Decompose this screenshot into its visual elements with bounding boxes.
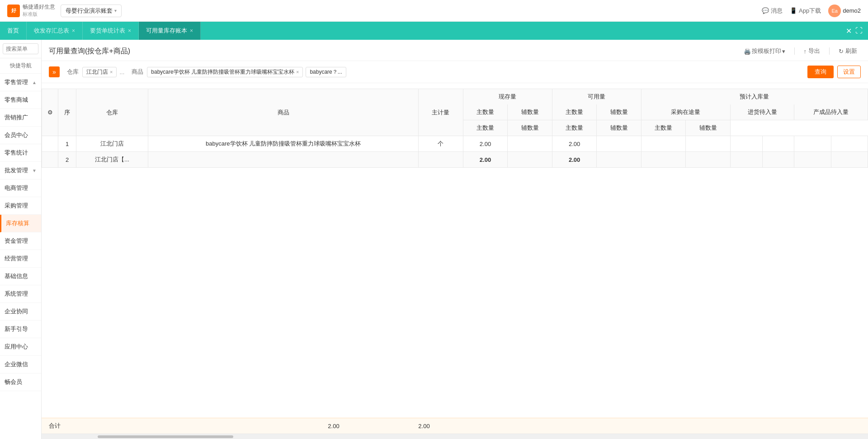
export-btn[interactable]: ↑ 导出 (800, 45, 824, 57)
search-input[interactable] (3, 43, 38, 54)
sidebar-item-retail-stats[interactable]: 零售统计 (0, 144, 41, 162)
th-purchase-transit: 采购在途量 (641, 104, 730, 120)
sidebar-item-app-center[interactable]: 应用中心 (0, 338, 41, 356)
th-pt-main: 主数量 (463, 120, 508, 136)
table-footer: 合计 2.00 2.00 (42, 418, 868, 434)
filter-row: » 仓库 江北门店 × ... 商品 babycare (42, 61, 868, 83)
warehouse-more[interactable]: ... (119, 69, 124, 76)
divider2 (829, 47, 830, 55)
cell-unit-1: 个 (419, 136, 463, 152)
page-container: 可用量查询(按仓库+商品) 🖨️ 按模板打印 ▾ ↑ 导出 ↻ (42, 40, 868, 439)
th-gear[interactable]: ⚙ (42, 89, 58, 136)
th-pp-main: 主数量 (552, 120, 597, 136)
product-tags: babycare学饮杯 儿童防摔防撞吸管杯重力球吸嘴杯宝宝水杯 × babyca… (147, 67, 346, 77)
app-download-action[interactable]: 📱 App下载 (790, 7, 821, 15)
sidebar-item-retail-mgmt[interactable]: 零售管理 ▲ (0, 74, 41, 91)
sidebar-item-purchase[interactable]: 采购管理 (0, 197, 41, 215)
sidebar: 快捷导航 零售管理 ▲ 零售商城 营销推广 会员中心 零售统计 批发管理 ▼ (0, 40, 42, 439)
page-actions: 🖨️ 按模板打印 ▾ ↑ 导出 ↻ 刷新 (740, 45, 861, 57)
th-purchase-pending: 进货待入量 (730, 104, 794, 120)
warehouse-tag-remove-0[interactable]: × (110, 69, 113, 75)
tab-receive[interactable]: 收发存汇总表 × (27, 22, 83, 40)
message-label: 消息 (771, 7, 783, 15)
horizontal-scrollbar[interactable] (42, 434, 868, 439)
sidebar-item-wholesale-mgmt[interactable]: 批发管理 ▼ (0, 162, 41, 179)
cell-warehouse-1: 江北门店 (76, 136, 148, 152)
th-stock-aux: 辅数量 (508, 104, 552, 120)
sidebar-item-marketing[interactable]: 营销推广 (0, 109, 41, 127)
logo-area: 好 畅捷通好生意 标准版 (7, 4, 55, 18)
top-bar-right: 💬 消息 📱 App下载 Ea demo2 (762, 5, 861, 17)
table-row: 2 江北门店【... 2.00 2.00 (42, 152, 868, 168)
export-icon: ↑ (804, 48, 807, 55)
sidebar-item-quick-nav[interactable]: 快捷导航 (0, 58, 41, 74)
cell-avail-main-1: 2.00 (552, 136, 597, 152)
chevron-down-icon: ▾ (114, 8, 117, 13)
sidebar-item-system[interactable]: 系统管理 (0, 285, 41, 303)
close-window-icon[interactable]: ✕ (846, 27, 852, 35)
cell-product-2 (148, 152, 419, 168)
tab-available-stock-close[interactable]: × (190, 28, 193, 34)
maximize-icon[interactable]: ⛶ (855, 27, 863, 35)
sidebar-item-member[interactable]: 会员中心 (0, 127, 41, 144)
cell-avail-main-2: 2.00 (552, 152, 597, 168)
message-action[interactable]: 💬 消息 (762, 7, 783, 15)
tab-home[interactable]: 首页 (0, 22, 27, 40)
app-download-label: App下载 (799, 7, 821, 15)
cell-pp-main-2 (730, 152, 762, 168)
logo-text: 畅捷通好生意 (23, 4, 55, 11)
sidebar-item-inventory[interactable]: 库存核算 (0, 215, 41, 232)
cell-gear-2 (42, 152, 58, 168)
cell-stock-main-1: 2.00 (463, 136, 508, 152)
logo-icon: 好 (7, 5, 20, 17)
cell-avail-aux-1 (597, 136, 642, 152)
message-icon: 💬 (762, 7, 769, 14)
print-icon: 🖨️ (744, 48, 751, 55)
page-header: 可用量查询(按仓库+商品) 🖨️ 按模板打印 ▾ ↑ 导出 ↻ (42, 40, 868, 61)
th-avail-aux: 辅数量 (597, 104, 642, 120)
scrollbar-thumb[interactable] (98, 435, 233, 438)
sidebar-item-member2[interactable]: 畅会员 (0, 373, 41, 391)
sidebar-item-basic-info[interactable]: 基础信息 (0, 268, 41, 285)
print-btn[interactable]: 🖨️ 按模板打印 ▾ (740, 45, 789, 57)
top-bar-left: 好 畅捷通好生意 标准版 母婴行业演示账套 ▾ (7, 4, 122, 18)
cell-product-1: babycare学饮杯 儿童防摔防撞吸管杯重力球吸嘴杯宝宝水杯 (148, 136, 419, 152)
cell-warehouse-2: 江北门店【... (76, 152, 148, 168)
cell-unit-2 (419, 152, 463, 168)
table-row: 1 江北门店 babycare学饮杯 儿童防摔防撞吸管杯重力球吸嘴杯宝宝水杯 个… (42, 136, 868, 152)
sidebar-item-ecommerce[interactable]: 电商管理 (0, 179, 41, 197)
expand-toggle-btn[interactable]: » (49, 66, 60, 77)
warehouse-tag-0: 江北门店 × (82, 67, 117, 77)
tab-receive-close[interactable]: × (72, 28, 75, 34)
product-tag-remove-0[interactable]: × (296, 69, 299, 75)
sidebar-item-enterprise[interactable]: 企业协同 (0, 303, 41, 321)
table-header-top: ⚙ 序 仓库 商品 主计量 现存量 可用量 预计入库量 (42, 89, 868, 105)
tab-purchase-stats[interactable]: 要货单统计表 × (83, 22, 139, 40)
cell-pt-main-1 (641, 136, 686, 152)
sidebar-item-business[interactable]: 经营管理 (0, 250, 41, 268)
table-body: 1 江北门店 babycare学饮杯 儿童防摔防撞吸管杯重力球吸嘴杯宝宝水杯 个… (42, 136, 868, 168)
org-selector[interactable]: 母婴行业演示账套 ▾ (61, 5, 122, 17)
refresh-btn[interactable]: ↻ 刷新 (835, 45, 861, 57)
settings-button[interactable]: 设置 (837, 66, 861, 78)
th-available-group: 可用量 (552, 89, 641, 105)
filter-warehouse-group: 仓库 江北门店 × ... (67, 67, 124, 77)
sidebar-item-finance[interactable]: 资金管理 (0, 232, 41, 250)
cell-seq-1: 1 (58, 136, 76, 152)
th-seq: 序 (58, 89, 76, 136)
cell-pp-aux-1 (762, 136, 794, 152)
tab-available-stock[interactable]: 可用量库存账本 × (139, 22, 201, 40)
refresh-icon: ↻ (839, 48, 844, 55)
nav-tabs: 首页 收发存汇总表 × 要货单统计表 × 可用量库存账本 × ✕ ⛶ (0, 22, 868, 40)
cell-seq-2: 2 (58, 152, 76, 168)
avatar: Ea (828, 5, 841, 17)
query-button[interactable]: 查询 (807, 66, 834, 78)
cell-stock-main-2: 2.00 (463, 152, 508, 168)
sidebar-item-wechat[interactable]: 企业微信 (0, 356, 41, 373)
tab-purchase-stats-close[interactable]: × (128, 28, 131, 34)
sidebar-item-guide[interactable]: 新手引导 (0, 321, 41, 338)
tab-receive-label: 收发存汇总表 (34, 27, 69, 35)
expand-icon: ▲ (32, 80, 37, 85)
user-area[interactable]: Ea demo2 (828, 5, 861, 17)
sidebar-item-retail-mall[interactable]: 零售商城 (0, 91, 41, 109)
